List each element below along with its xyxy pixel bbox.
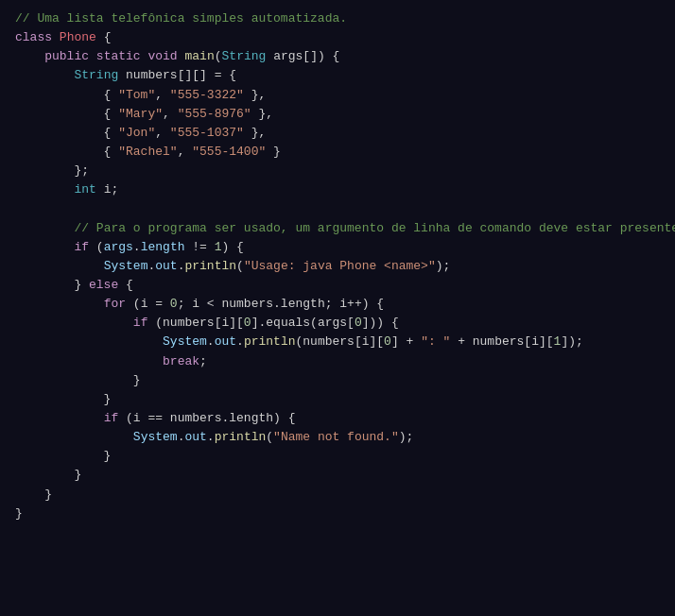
method-println-1: println (184, 259, 236, 273)
line-9: }; (15, 162, 660, 180)
number-1: 1 (215, 240, 222, 254)
var-args: args (104, 240, 133, 254)
line-15: } else { (15, 276, 660, 295)
keyword-if-3: if (104, 411, 119, 425)
line-3: public static void main(String args[]) { (15, 47, 660, 66)
number-0-for: 0 (170, 297, 178, 311)
line-16: for (i = 0; i < numbers.length; i++) { (15, 295, 660, 314)
line-4: String numbers[][] = { (15, 66, 660, 85)
line-1: // Uma lista telefônica simples automati… (15, 9, 660, 28)
string-not-found: "Name not found." (273, 430, 399, 444)
class-name: Phone (60, 30, 96, 44)
code-editor: // Uma lista telefônica simples automati… (0, 0, 675, 616)
line-21: } (15, 390, 660, 409)
keyword-else: else (89, 278, 118, 292)
keyword-public: public (44, 49, 89, 63)
line-19: break; (15, 352, 660, 371)
method-main: main (185, 49, 215, 63)
string-555-1037: "555-1037" (170, 126, 244, 140)
var-system-2: System (163, 334, 207, 349)
string-rachel: "Rachel" (118, 145, 177, 159)
keyword-class: class (15, 30, 52, 44)
line-11 (15, 199, 660, 218)
line-25: } (15, 466, 660, 485)
line-18: System.out.println(numbers[i][0] + ": " … (15, 333, 660, 351)
keyword-void: void (147, 49, 177, 63)
string-jon: "Jon" (118, 126, 155, 140)
keyword-if-2: if (133, 316, 148, 330)
var-out-2: out (215, 334, 236, 349)
string-555-3322: "555-3322" (170, 88, 244, 102)
keyword-static: static (96, 49, 141, 63)
var-out: out (155, 259, 177, 273)
line-17: if (numbers[i][0].equals(args[0])) { (15, 314, 660, 333)
line-12: // Para o programa ser usado, um argumen… (15, 219, 660, 238)
string-555-1400: "555-1400" (192, 145, 266, 159)
comment-1: // Uma lista telefônica simples automati… (15, 11, 347, 26)
keyword-for: for (104, 297, 126, 311)
line-5: { "Tom", "555-3322" }, (15, 86, 660, 105)
keyword-break: break (163, 354, 199, 368)
line-24: } (15, 447, 660, 466)
line-13: if (args.length != 1) { (15, 238, 660, 257)
var-system: System (104, 259, 148, 273)
method-println-2: println (244, 334, 296, 349)
line-2: class Phone { (15, 28, 660, 47)
string-usage: "Usage: java Phone <name>" (244, 259, 436, 273)
number-0-args: 0 (355, 316, 362, 330)
keyword-if: if (74, 240, 89, 254)
line-10: int i; (15, 180, 660, 199)
line-8: { "Rachel", "555-1400" } (15, 143, 660, 162)
keyword-int: int (74, 182, 95, 197)
number-0-idx: 0 (244, 316, 251, 330)
comment-2: // Para o programa ser usado, um argumen… (74, 221, 675, 235)
type-string2: String (74, 68, 118, 82)
var-length: length (141, 240, 185, 254)
line-27: } (15, 505, 660, 523)
number-0-idx2: 0 (384, 334, 391, 349)
string-colon: ": " (421, 334, 450, 349)
method-println-3: println (215, 430, 267, 444)
string-555-8976: "555-8976" (178, 107, 251, 121)
string-tom: "Tom" (118, 88, 155, 102)
string-mary: "Mary" (118, 107, 163, 121)
line-20: } (15, 371, 660, 390)
line-6: { "Mary", "555-8976" }, (15, 105, 660, 124)
line-7: { "Jon", "555-1037" }, (15, 124, 660, 143)
line-26: } (15, 486, 660, 505)
var-system-3: System (133, 430, 178, 444)
type-string: String (222, 49, 267, 63)
line-23: System.out.println("Name not found."); (15, 428, 660, 447)
var-out-3: out (184, 430, 206, 444)
line-14: System.out.println("Usage: java Phone <n… (15, 257, 660, 276)
line-22: if (i == numbers.length) { (15, 409, 660, 428)
